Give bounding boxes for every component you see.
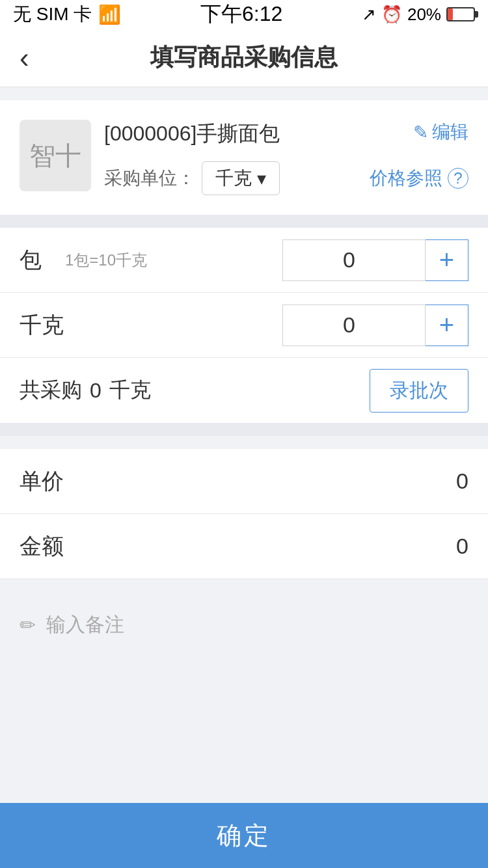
unit-price-row: 单价 0	[0, 449, 488, 514]
no-sim-label: 无 SIM 卡	[13, 2, 92, 27]
nav-bar: ‹ 填写商品采购信息	[0, 29, 488, 87]
pack-input-section: 包 1包=10千克 + 千克 +	[0, 228, 488, 358]
unit-select[interactable]: 千克 ▾	[202, 161, 280, 195]
price-reference-button[interactable]: 价格参照 ?	[370, 166, 468, 191]
product-info: [0000006]手撕面包 ✎ 编辑 采购单位： 千克 ▾ 价格参照 ?	[104, 120, 468, 195]
remark-placeholder: 输入备注	[46, 612, 124, 638]
section-divider-2	[0, 423, 488, 436]
kg-plus-button[interactable]: +	[426, 305, 468, 346]
page-title: 填写商品采购信息	[150, 42, 338, 74]
battery-percent: 20%	[407, 5, 441, 25]
kg-input-row: 千克 +	[0, 293, 488, 358]
summary-value: 0	[90, 379, 102, 403]
unit-price-value: 0	[456, 468, 468, 494]
status-left: 无 SIM 卡 📶	[13, 2, 121, 27]
unit-price-label: 单价	[20, 467, 64, 496]
pack-plus-button[interactable]: +	[426, 239, 468, 281]
back-button[interactable]: ‹	[20, 44, 29, 72]
pack-input-right: +	[282, 239, 468, 281]
pack-quantity-input[interactable]	[282, 239, 426, 281]
kg-input-right: +	[282, 305, 468, 346]
remark-section[interactable]: ✏ 输入备注	[0, 592, 488, 658]
edit-label: 编辑	[432, 120, 468, 144]
product-card: 智十 [0000006]手撕面包 ✎ 编辑 采购单位： 千克 ▾ 价格参照 ?	[0, 100, 488, 215]
unit-value: 千克	[215, 166, 252, 191]
alarm-icon: ⏰	[381, 5, 402, 25]
pack-input-row: 包 1包=10千克 +	[0, 228, 488, 293]
price-section: 单价 0 金额 0	[0, 449, 488, 579]
kg-quantity-input[interactable]	[282, 305, 426, 346]
battery-indicator	[446, 7, 475, 21]
kg-label: 千克	[20, 310, 64, 340]
help-icon: ?	[448, 168, 468, 189]
product-logo: 智十	[20, 120, 91, 191]
unit-section: 采购单位： 千克 ▾	[104, 161, 280, 195]
amount-row: 金额 0	[0, 514, 488, 579]
amount-value: 0	[456, 534, 468, 559]
location-icon: ↗	[362, 5, 376, 25]
section-divider-1	[0, 215, 488, 228]
dropdown-icon: ▾	[257, 168, 266, 189]
unit-label: 采购单位：	[104, 166, 195, 191]
product-unit-row: 采购单位： 千克 ▾ 价格参照 ?	[104, 161, 468, 195]
edit-button[interactable]: ✎ 编辑	[413, 120, 468, 144]
status-bar: 无 SIM 卡 📶 下午6:12 ↗ ⏰ 20%	[0, 0, 488, 29]
status-right: ↗ ⏰ 20%	[362, 5, 475, 25]
pack-sub-label: 1包=10千克	[65, 250, 147, 271]
batch-record-button[interactable]: 录批次	[370, 369, 468, 413]
product-name: [0000006]手撕面包	[104, 120, 280, 148]
time-display: 下午6:12	[200, 0, 282, 29]
product-header: [0000006]手撕面包 ✎ 编辑	[104, 120, 468, 148]
pack-label: 包	[20, 245, 59, 275]
price-ref-label: 价格参照	[370, 166, 442, 191]
pencil-icon: ✏	[20, 614, 36, 636]
summary-row: 共采购 0 千克 录批次	[0, 358, 488, 423]
amount-label: 金额	[20, 532, 64, 562]
battery-fill	[448, 8, 453, 20]
wifi-icon: 📶	[98, 4, 121, 25]
summary-suffix: 千克	[109, 376, 151, 405]
confirm-button[interactable]: 确定	[0, 803, 488, 868]
summary-prefix: 共采购	[20, 376, 82, 405]
edit-icon: ✎	[413, 122, 428, 143]
